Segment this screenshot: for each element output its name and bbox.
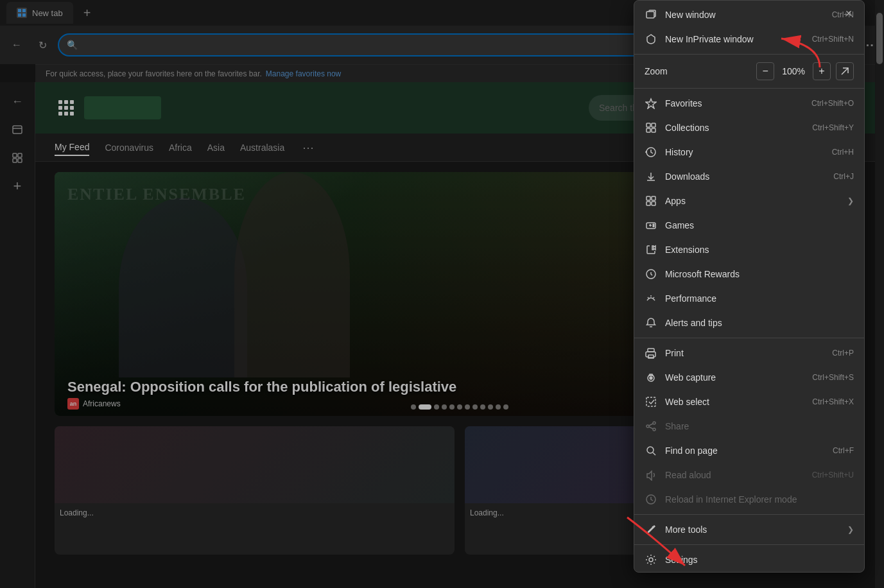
zoom-value: 100% <box>777 66 810 76</box>
downloads-shortcut: Ctrl+J <box>833 172 854 181</box>
menu-item-alerts[interactable]: Alerts and tips <box>634 311 864 335</box>
favorites-label: Favorites <box>665 98 804 108</box>
zoom-out-button[interactable]: − <box>756 62 774 80</box>
svg-point-44 <box>646 425 649 428</box>
apps-arrow: ❯ <box>847 196 854 205</box>
svg-point-41 <box>650 377 652 379</box>
divider-1 <box>634 54 864 55</box>
divider-5 <box>634 544 864 545</box>
svg-rect-42 <box>646 397 655 406</box>
svg-rect-24 <box>646 196 650 200</box>
menu-item-performance[interactable]: Performance <box>634 286 864 311</box>
svg-point-32 <box>653 226 654 227</box>
menu-item-webselect[interactable]: Web select Ctrl+Shift+X <box>634 390 864 414</box>
scrollbar-thumb[interactable] <box>876 13 883 64</box>
menu-item-find[interactable]: Find on page Ctrl+F <box>634 438 864 463</box>
menu-item-rewards[interactable]: Microsoft Rewards <box>634 262 864 286</box>
divider-3 <box>634 338 864 338</box>
svg-line-47 <box>649 427 653 429</box>
reload-ie-icon <box>645 493 657 506</box>
alerts-icon <box>645 316 657 329</box>
menu-item-inprivate[interactable]: New InPrivate window Ctrl+Shift+N <box>634 27 864 51</box>
svg-rect-25 <box>652 196 655 200</box>
svg-rect-27 <box>652 202 655 205</box>
history-icon <box>645 146 657 159</box>
zoom-in-button[interactable]: + <box>813 62 831 80</box>
new-window-icon <box>645 8 657 21</box>
find-icon <box>645 444 657 457</box>
svg-rect-16 <box>646 12 654 18</box>
menu-item-extensions[interactable]: Extensions <box>634 238 864 262</box>
rewards-icon <box>645 268 657 281</box>
divider-4 <box>634 514 864 515</box>
menu-item-more-tools[interactable]: More tools ❯ <box>634 517 864 542</box>
svg-rect-19 <box>652 123 655 127</box>
menu-item-apps[interactable]: Apps ❯ <box>634 189 864 213</box>
alerts-label: Alerts and tips <box>665 318 854 328</box>
history-label: History <box>665 147 824 157</box>
divider-2 <box>634 88 864 89</box>
print-icon <box>645 347 657 359</box>
readaloud-shortcut: Ctrl+Shift+U <box>812 471 854 480</box>
menu-close-button[interactable]: × <box>840 4 858 22</box>
webcapture-shortcut: Ctrl+Shift+S <box>812 373 854 382</box>
webcapture-icon <box>645 371 657 384</box>
collections-shortcut: Ctrl+Shift+Y <box>812 123 854 132</box>
readaloud-icon <box>645 469 657 481</box>
svg-point-45 <box>653 428 655 431</box>
menu-item-history[interactable]: History Ctrl+H <box>634 140 864 164</box>
share-label: Share <box>665 421 854 431</box>
scrollbar[interactable] <box>875 0 884 588</box>
inprivate-icon <box>645 33 657 46</box>
inprivate-shortcut: Ctrl+Shift+N <box>812 35 854 44</box>
new-window-label: New window <box>665 10 824 20</box>
svg-line-36 <box>654 297 655 298</box>
menu-item-downloads[interactable]: Downloads Ctrl+J <box>634 164 864 189</box>
performance-label: Performance <box>665 293 854 304</box>
reload-ie-label: Reload in Internet Explorer mode <box>665 494 854 505</box>
menu-item-favorites[interactable]: Favorites Ctrl+Shift+O <box>634 91 864 116</box>
webselect-label: Web select <box>665 397 804 407</box>
extensions-icon <box>645 243 657 256</box>
svg-point-48 <box>647 447 654 453</box>
zoom-label: Zoom <box>645 66 756 76</box>
print-shortcut: Ctrl+P <box>832 349 854 358</box>
settings-icon <box>645 553 657 566</box>
favorites-icon <box>645 97 657 110</box>
collections-icon <box>645 121 657 134</box>
collections-label: Collections <box>665 123 804 133</box>
more-tools-arrow: ❯ <box>847 525 854 534</box>
svg-rect-39 <box>648 355 654 358</box>
games-icon <box>645 219 657 232</box>
more-tools-icon <box>645 523 657 536</box>
menu-item-reload-ie: Reload in Internet Explorer mode <box>634 487 864 512</box>
webselect-icon <box>645 395 657 408</box>
svg-rect-20 <box>646 128 650 132</box>
menu-item-webcapture[interactable]: Web capture Ctrl+Shift+S <box>634 365 864 390</box>
menu-item-share[interactable]: Share <box>634 414 864 438</box>
webselect-shortcut: Ctrl+Shift+X <box>812 397 854 406</box>
find-label: Find on page <box>665 445 825 456</box>
context-menu: × New window Ctrl+N New InPrivate window… <box>634 0 865 573</box>
games-label: Games <box>665 220 854 230</box>
menu-item-readaloud[interactable]: Read aloud Ctrl+Shift+U <box>634 463 864 487</box>
svg-rect-18 <box>646 123 650 127</box>
menu-item-games[interactable]: Games <box>634 213 864 238</box>
more-tools-label: More tools <box>665 524 840 535</box>
svg-line-49 <box>653 453 655 455</box>
webcapture-label: Web capture <box>665 372 804 383</box>
readaloud-label: Read aloud <box>665 470 804 480</box>
apps-icon <box>645 195 657 207</box>
zoom-row: Zoom − 100% + <box>634 57 864 85</box>
menu-item-print[interactable]: Print Ctrl+P <box>634 341 864 365</box>
favorites-shortcut: Ctrl+Shift+O <box>811 99 854 108</box>
zoom-controls: − 100% + <box>756 62 854 80</box>
svg-point-51 <box>649 558 653 562</box>
zoom-expand-button[interactable] <box>836 62 854 80</box>
svg-rect-21 <box>652 128 655 132</box>
menu-item-collections[interactable]: Collections Ctrl+Shift+Y <box>634 116 864 140</box>
rewards-label: Microsoft Rewards <box>665 269 854 279</box>
menu-item-settings[interactable]: Settings <box>634 548 864 572</box>
menu-item-new-window[interactable]: New window Ctrl+N <box>634 1 864 27</box>
downloads-icon <box>645 170 657 183</box>
